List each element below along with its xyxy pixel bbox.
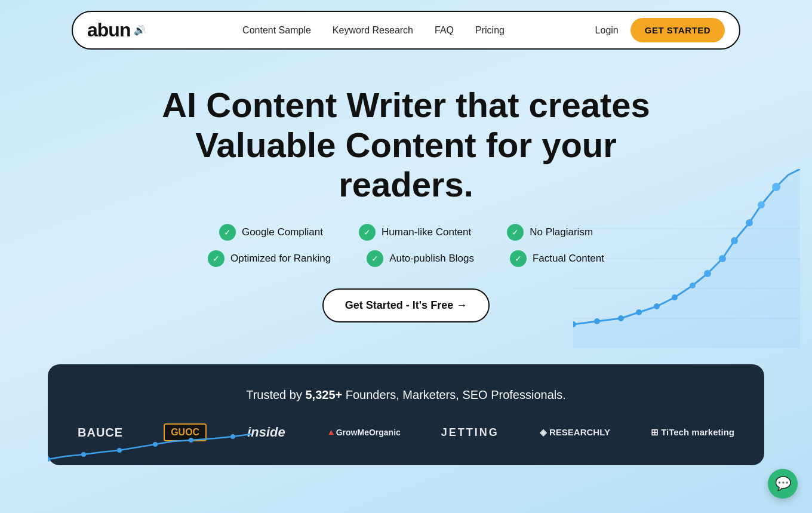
- feature-item-6: ✓ Factual Content: [510, 250, 604, 267]
- trusted-number: 5,325+: [305, 388, 342, 401]
- brand-titech: ⊞ TiTech marketing: [651, 427, 734, 438]
- navbar: abun 🔊 Content Sample Keyword Research F…: [72, 11, 740, 50]
- svg-point-8: [654, 303, 660, 309]
- svg-point-9: [672, 294, 678, 300]
- trusted-text: Trusted by 5,325+ Founders, Marketers, S…: [78, 388, 734, 402]
- svg-point-5: [594, 318, 600, 324]
- nav-content-sample[interactable]: Content Sample: [242, 25, 311, 36]
- svg-point-16: [772, 183, 780, 191]
- login-link[interactable]: Login: [595, 25, 619, 36]
- logo-area: abun 🔊: [87, 19, 146, 41]
- feature-label-2: Human-like Content: [382, 226, 471, 238]
- nav-right: Login GET STARTED: [595, 18, 725, 42]
- brand-jetting: JETTING: [441, 426, 499, 439]
- nav-keyword-research[interactable]: Keyword Research: [333, 25, 413, 36]
- feature-item-4: ✓ Optimized for Ranking: [208, 250, 331, 267]
- svg-point-15: [758, 201, 765, 208]
- svg-point-11: [704, 270, 711, 277]
- svg-point-12: [719, 255, 726, 262]
- feature-label-3: No Plagiarism: [530, 226, 593, 238]
- svg-point-19: [81, 452, 86, 457]
- svg-point-20: [117, 448, 122, 453]
- svg-point-21: [153, 442, 158, 447]
- trusted-suffix: Founders, Marketers, SEO Professionals.: [346, 388, 566, 401]
- check-icon-1: ✓: [219, 224, 236, 241]
- svg-point-14: [746, 219, 753, 226]
- brand-growmeorganic: 🔺GrowMeOrganic: [326, 428, 401, 437]
- nav-faq[interactable]: FAQ: [435, 25, 454, 36]
- svg-point-7: [636, 309, 642, 315]
- trusted-prefix: Trusted by: [246, 388, 305, 401]
- feature-label-5: Auto-publish Blogs: [389, 253, 474, 265]
- svg-point-10: [690, 282, 696, 288]
- chat-icon: 💬: [775, 476, 791, 492]
- trusted-section: Trusted by 5,325+ Founders, Marketers, S…: [48, 364, 764, 465]
- logos-row: BAUCE GUOC inside 🔺GrowMeOrganic JETTING…: [78, 423, 734, 441]
- check-icon-6: ✓: [510, 250, 527, 267]
- check-icon-3: ✓: [507, 224, 524, 241]
- features-grid: ✓ Google Compliant ✓ Human-like Content …: [167, 224, 645, 267]
- feature-label-1: Google Compliant: [242, 226, 323, 238]
- feature-item-5: ✓ Auto-publish Blogs: [367, 250, 474, 267]
- feature-label-4: Optimized for Ranking: [230, 253, 331, 265]
- brand-guoc: GUOC: [164, 423, 207, 441]
- nav-wrapper: abun 🔊 Content Sample Keyword Research F…: [0, 0, 812, 50]
- feature-item-3: ✓ No Plagiarism: [507, 224, 593, 241]
- brand-inside: inside: [247, 425, 285, 440]
- check-icon-4: ✓: [208, 250, 224, 267]
- hero-section: AI Content Writer that creates Valuable …: [0, 50, 812, 340]
- check-icon-2: ✓: [359, 224, 376, 241]
- feature-item: ✓ Google Compliant: [219, 224, 323, 241]
- hero-cta-button[interactable]: Get Started - It's Free →: [322, 288, 490, 322]
- hero-title: AI Content Writer that creates Valuable …: [137, 85, 675, 205]
- svg-point-6: [618, 315, 624, 321]
- feature-item-2: ✓ Human-like Content: [359, 224, 471, 241]
- brand-bauce: BAUCE: [78, 426, 123, 440]
- nav-pricing[interactable]: Pricing: [475, 25, 505, 36]
- brand-researchly: ◈ RESEARCHLY: [540, 427, 610, 438]
- svg-point-13: [731, 237, 738, 244]
- sound-icon: 🔊: [134, 24, 146, 36]
- chat-bubble[interactable]: 💬: [768, 469, 798, 499]
- logo-text: abun: [87, 19, 130, 41]
- svg-point-18: [48, 457, 50, 462]
- nav-links: Content Sample Keyword Research FAQ Pric…: [173, 25, 573, 36]
- get-started-button[interactable]: GET STARTED: [630, 18, 725, 42]
- feature-label-6: Factual Content: [533, 253, 604, 265]
- check-icon-5: ✓: [367, 250, 383, 267]
- svg-point-4: [573, 321, 576, 327]
